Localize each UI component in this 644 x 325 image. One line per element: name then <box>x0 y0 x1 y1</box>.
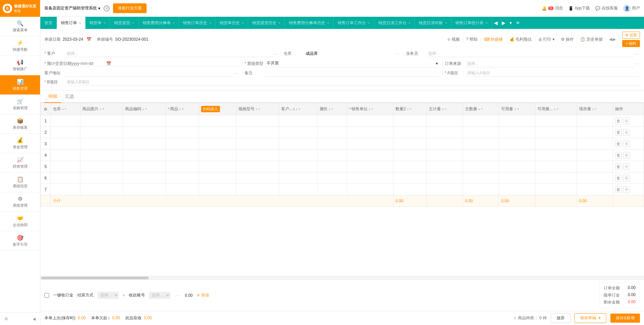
row-7-copy-btn[interactable]: ⎘ <box>623 186 630 193</box>
row-1-sales-unit[interactable] <box>347 115 393 127</box>
address-more-btn[interactable]: ··· <box>233 71 240 76</box>
row-3-available[interactable] <box>499 138 535 150</box>
row-4-warehouse[interactable] <box>51 150 80 161</box>
tab-sales-workbench[interactable]: 销售订单工作台 × <box>334 17 374 29</box>
row-1-warehouse[interactable] <box>51 115 80 127</box>
shortcut-btn[interactable]: ⌨ 快捷键 <box>484 37 503 42</box>
row-4-main-qty[interactable] <box>463 150 499 161</box>
spec-sort-icon[interactable]: ▲▼ <box>255 108 261 111</box>
row-2-delete-btn[interactable]: 🗑 <box>615 129 622 136</box>
row-1-current-stock[interactable] <box>577 115 613 127</box>
tab-close-sales-return[interactable]: × <box>132 21 134 25</box>
row-5-customer-code[interactable] <box>279 161 317 172</box>
row-7-spec[interactable] <box>236 184 279 195</box>
row-2-main-unit[interactable] <box>427 127 463 138</box>
row-3-qty2[interactable] <box>393 138 427 150</box>
customer-input[interactable] <box>65 50 272 57</box>
row-6-sales-unit[interactable] <box>347 172 393 184</box>
sidebar-item-basic-info[interactable]: 📋 基础信息 <box>0 173 40 192</box>
row-7-main-unit[interactable] <box>427 184 463 195</box>
row-2-available2[interactable] <box>535 127 577 138</box>
order-source-input[interactable] <box>465 60 634 67</box>
row-4-available2[interactable] <box>535 150 577 161</box>
row-6-attribute[interactable] <box>317 172 347 184</box>
row-2-customer-code[interactable] <box>279 127 317 138</box>
row-2-available[interactable] <box>499 127 535 138</box>
b-project-input[interactable] <box>65 79 640 86</box>
row-4-current-stock[interactable] <box>577 150 613 161</box>
tab-sales-stats[interactable]: 销售订单统计表 × <box>451 17 492 29</box>
row-2-main-qty[interactable] <box>463 127 499 138</box>
user-item[interactable]: 👤 用户 <box>623 5 640 12</box>
row-6-copy-btn[interactable]: ⎘ <box>623 175 630 181</box>
system-name-dropdown[interactable]: 装备及固定资产辅助管理系统 ▾ <box>44 5 100 11</box>
row-4-copy-btn[interactable]: ⎘ <box>623 152 630 159</box>
row-1-spec[interactable] <box>236 115 279 127</box>
row-3-warehouse[interactable] <box>51 138 80 150</box>
tab-return-history[interactable]: 销货退货历史 × <box>248 17 285 29</box>
row-5-qty2[interactable] <box>393 161 427 172</box>
invoice-type-select[interactable]: 不开票 ▾ <box>265 59 440 68</box>
tab-sales-invoice[interactable]: 销货单 × <box>85 17 110 29</box>
row-4-product-image[interactable] <box>80 150 123 161</box>
row-5-delete-btn[interactable]: 🗑 <box>615 163 622 170</box>
row-7-customer-code[interactable] <box>279 184 317 195</box>
row-7-available[interactable] <box>499 184 535 195</box>
settings-bottom-btn[interactable]: ⚙ <box>3 316 9 322</box>
row-6-product-code[interactable] <box>123 172 166 184</box>
tab-expense-history[interactable]: 销售费用分摊单历史 × <box>285 17 334 29</box>
row-6-delete-btn[interactable]: 🗑 <box>615 175 622 181</box>
main-qty-sort-icon[interactable]: ▲▼ <box>478 108 483 111</box>
row-6-main-unit[interactable] <box>427 172 463 184</box>
tab-daily-workbench[interactable]: 钱货日清工作台 × <box>374 17 415 29</box>
row-7-warehouse[interactable] <box>51 184 80 195</box>
tab-close-invoice-history[interactable]: × <box>242 21 244 25</box>
row-5-product-image[interactable] <box>80 161 123 172</box>
product-image-sort-icon[interactable]: ▲▼ <box>99 108 105 111</box>
row-5-attribute[interactable] <box>317 161 347 172</box>
row-1-customer-code[interactable] <box>279 115 317 127</box>
row-3-product-code[interactable] <box>123 138 166 150</box>
sidebar-item-enterprise[interactable]: 🤝 企业协同 <box>0 212 40 231</box>
main-unit-sort-icon[interactable]: ▲▼ <box>442 108 447 111</box>
row-6-customer-code[interactable] <box>279 172 317 184</box>
calendar-icon[interactable]: 📅 <box>86 37 91 42</box>
tab-sales-expense[interactable]: 销售费用分摊单 × <box>139 17 179 29</box>
row-5-main-qty[interactable] <box>463 161 499 172</box>
row-4-available[interactable] <box>499 150 535 161</box>
qty2-sort-icon[interactable]: ▲▼ <box>407 108 412 111</box>
row-5-product[interactable] <box>166 161 199 172</box>
scan-input-btn[interactable]: 扫码录入 <box>201 106 220 112</box>
tab-next-btn[interactable]: ▶ <box>500 20 507 26</box>
row-2-product-code[interactable] <box>123 127 166 138</box>
a-project-input[interactable] <box>465 70 640 77</box>
row-2-sales-unit[interactable] <box>347 127 393 138</box>
tab-summary[interactable]: 汇总 <box>61 91 78 102</box>
product-code-sort-icon[interactable]: ▲▼ <box>142 108 147 111</box>
row-6-product-image[interactable] <box>80 172 123 184</box>
row-5-current-stock[interactable] <box>577 161 613 172</box>
row-1-main-qty[interactable] <box>463 115 499 127</box>
row-1-available[interactable] <box>499 115 535 127</box>
available2-sort-icon[interactable]: ▲▼ <box>554 108 559 111</box>
row-7-product-image[interactable] <box>80 184 123 195</box>
row-6-current-stock[interactable] <box>577 172 613 184</box>
row-3-copy-btn[interactable]: ⎘ <box>623 140 630 147</box>
one-click-collect-checkbox[interactable] <box>44 293 49 298</box>
row-1-qty2[interactable] <box>393 115 427 127</box>
sidebar-item-sales[interactable]: 📊 销售管理 <box>0 75 40 95</box>
tab-invoice-history[interactable]: 销货单历史 × <box>216 17 248 29</box>
row-3-delete-btn[interactable]: 🗑 <box>615 140 622 147</box>
app-download-item[interactable]: 📱 App下载 <box>568 5 590 11</box>
row-7-delete-btn[interactable]: 🗑 <box>615 186 622 193</box>
tab-more-btn[interactable]: ▾ <box>507 20 514 26</box>
row-4-customer-code[interactable] <box>279 150 317 161</box>
row-3-main-unit[interactable] <box>427 138 463 150</box>
row-2-spec[interactable] <box>236 127 279 138</box>
warehouse-more-btn[interactable]: ··· <box>394 51 401 56</box>
remark-input[interactable] <box>265 70 440 77</box>
tab-close-daily-workbench[interactable]: × <box>409 21 411 25</box>
add-material-btn[interactable]: + 物料 <box>622 40 640 47</box>
row-2-attribute[interactable] <box>317 127 347 138</box>
row-1-delete-btn[interactable]: 🗑 <box>615 118 622 124</box>
